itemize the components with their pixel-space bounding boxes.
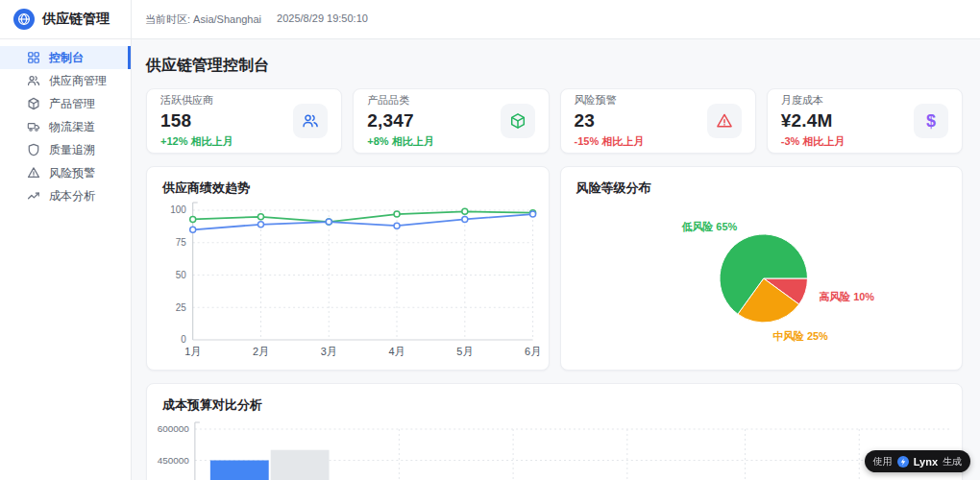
svg-text:中风险 25%: 中风险 25%: [772, 330, 828, 342]
line-chart: 02550751001月2月3月4月5月6月: [147, 167, 549, 370]
svg-text:2月: 2月: [253, 346, 269, 357]
stat-value: 158: [160, 110, 233, 132]
alert-triangle-icon: [27, 166, 40, 180]
stat-cards-row: 活跃供应商 158 +12% 相比上月 产品品类 2,347 +8% 相比上月: [146, 88, 963, 154]
page-title: 供应链管理控制台: [146, 56, 963, 76]
alert-triangle-icon: [707, 104, 742, 138]
svg-text:低风险 65%: 低风险 65%: [680, 221, 737, 232]
stat-value: 2,347: [367, 110, 433, 132]
stat-card-risk-alerts: 风险预警 23 -15% 相比上月: [560, 88, 756, 154]
pie-chart-card: 风险等级分布 高风险 10%中风险 25%低风险 65%: [560, 166, 964, 371]
stat-delta: +8% 相比上月: [367, 134, 433, 149]
package-icon: [27, 97, 40, 110]
stat-label: 月度成本: [781, 93, 845, 108]
sidebar-item-label: 成本分析: [49, 188, 95, 204]
stat-value: ¥2.4M: [781, 110, 845, 132]
charts-row: 供应商绩效趋势 02550751001月2月3月4月5月6月 风险等级分布 高风…: [146, 166, 963, 371]
sidebar-item-label: 供应商管理: [49, 73, 107, 89]
stat-delta: +12% 相比上月: [160, 134, 233, 149]
svg-text:600000: 600000: [158, 423, 190, 434]
stat-value: 23: [575, 110, 645, 132]
chart-title: 成本预算对比分析: [162, 396, 262, 414]
sidebar-item-label: 控制台: [49, 50, 84, 66]
trend-up-icon: [27, 189, 40, 203]
svg-text:3月: 3月: [321, 346, 337, 357]
chart-title: 风险等级分布: [576, 180, 651, 197]
sidebar-item-label: 产品管理: [49, 96, 95, 112]
header-meta: 当前时区: Asia/Shanghai 2025/8/29 19:50:10: [132, 12, 368, 27]
sidebar-item-products[interactable]: 产品管理: [0, 92, 131, 115]
truck-icon: [27, 120, 40, 133]
svg-text:1月: 1月: [184, 346, 201, 357]
stat-card-monthly-cost: 月度成本 ¥2.4M -3% 相比上月 $: [767, 88, 963, 154]
stat-label: 活跃供应商: [160, 93, 233, 108]
svg-text:75: 75: [176, 237, 187, 248]
chart-title: 供应商绩效趋势: [162, 180, 250, 197]
svg-text:25: 25: [176, 302, 187, 313]
sidebar-item-quality[interactable]: 质量追溯: [0, 138, 131, 161]
badge-suffix-text: 生成: [943, 455, 962, 468]
sidebar-item-cost[interactable]: 成本分析: [0, 184, 131, 207]
sidebar-item-label: 物流渠道: [49, 119, 95, 135]
svg-text:100: 100: [170, 204, 186, 215]
package-icon: [501, 104, 535, 138]
sidebar-item-dashboard[interactable]: 控制台: [0, 46, 131, 69]
sidebar-item-label: 风险预警: [49, 165, 95, 181]
app-logo-area: 供应链管理: [0, 0, 132, 38]
dashboard-grid-icon: [27, 51, 40, 64]
globe-logo-icon: [13, 9, 35, 30]
lynx-logo-icon: [897, 456, 909, 468]
line-chart-card: 供应商绩效趋势 02550751001月2月3月4月5月6月: [146, 166, 550, 371]
bar-chart-card: 成本预算对比分析 300000450000600000: [146, 383, 963, 480]
stat-delta: -15% 相比上月: [575, 134, 645, 149]
timezone-label: 当前时区: Asia/Shanghai: [145, 12, 261, 27]
stat-label: 产品品类: [367, 93, 433, 108]
svg-text:50: 50: [176, 270, 187, 280]
shield-icon: [27, 143, 40, 156]
pie-chart: 高风险 10%中风险 25%低风险 65%: [561, 167, 963, 370]
current-datetime: 2025/8/29 19:50:10: [277, 12, 368, 27]
people-icon: [293, 104, 328, 138]
svg-text:5月: 5月: [456, 346, 473, 357]
bar-chart: 300000450000600000: [147, 384, 962, 480]
top-header: 供应链管理 当前时区: Asia/Shanghai 2025/8/29 19:5…: [0, 0, 980, 39]
svg-text:4月: 4月: [389, 346, 405, 357]
stat-delta: -3% 相比上月: [781, 134, 845, 149]
sidebar-item-logistics[interactable]: 物流渠道: [0, 115, 131, 138]
stat-label: 风险预警: [575, 93, 645, 108]
stat-card-product-categories: 产品品类 2,347 +8% 相比上月: [353, 88, 549, 154]
stat-card-active-suppliers: 活跃供应商 158 +12% 相比上月: [146, 88, 342, 154]
badge-prefix-text: 使用: [873, 455, 893, 468]
sidebar-item-suppliers[interactable]: 供应商管理: [0, 69, 131, 92]
app-title: 供应链管理: [42, 11, 110, 28]
svg-text:450000: 450000: [158, 455, 190, 466]
svg-text:高风险 10%: 高风险 10%: [819, 291, 874, 302]
people-icon: [27, 74, 40, 87]
sidebar-nav: 控制台 供应商管理 产品管理 物流渠道 质量追溯 风险预警: [0, 38, 132, 480]
svg-text:6月: 6月: [525, 346, 541, 357]
sidebar-item-label: 质量追溯: [49, 142, 95, 158]
main-content: 供应链管理控制台 活跃供应商 158 +12% 相比上月 产品品类 2,347 …: [132, 38, 980, 480]
lynx-badge[interactable]: 使用 Lynx 生成: [865, 450, 970, 472]
svg-text:0: 0: [181, 334, 186, 345]
badge-brand-text: Lynx: [914, 456, 938, 468]
dollar-icon: $: [914, 104, 948, 138]
sidebar-item-risk[interactable]: 风险预警: [0, 161, 131, 184]
